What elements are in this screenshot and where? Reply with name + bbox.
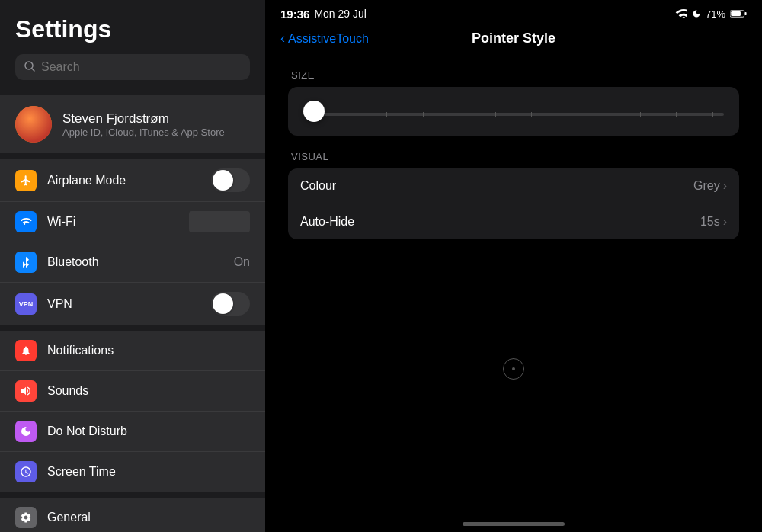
tick	[531, 112, 532, 117]
screentime-label: Screen Time	[47, 465, 250, 479]
svg-rect-5	[744, 12, 746, 15]
home-bar	[463, 522, 565, 526]
back-label: AssistiveTouch	[288, 32, 369, 46]
tick	[459, 112, 459, 117]
sidebar-item-notifications[interactable]: Notifications	[0, 331, 265, 371]
wifi-value-box	[189, 211, 250, 232]
slider-container	[288, 87, 739, 136]
status-time: 19:36	[280, 8, 309, 21]
size-label: SIZE	[291, 69, 739, 81]
wifi-status-icon	[675, 9, 687, 18]
vpn-toggle[interactable]	[211, 292, 250, 316]
airplane-label: Airplane Mode	[47, 174, 200, 187]
tick	[676, 112, 677, 117]
tick	[712, 112, 713, 117]
sidebar-header: Settings	[0, 0, 265, 88]
wifi-label: Wi-Fi	[47, 215, 178, 229]
pointer-dot	[512, 367, 515, 370]
bluetooth-icon	[15, 252, 37, 273]
status-icons: 71%	[675, 8, 747, 20]
svg-rect-6	[731, 11, 741, 16]
sidebar-item-airplane[interactable]: Airplane Mode	[0, 159, 265, 202]
status-time-date: 19:36 Mon 29 Jul	[280, 8, 367, 21]
donotdisturb-label: Do Not Disturb	[47, 425, 250, 438]
sidebar-item-vpn[interactable]: VPN VPN	[0, 283, 265, 325]
sidebar-item-sounds[interactable]: Sounds	[0, 371, 265, 412]
home-indicator	[265, 522, 762, 532]
slider-thumb[interactable]	[303, 101, 325, 122]
colour-label: Colour	[300, 179, 336, 193]
general-label: General	[47, 511, 250, 524]
notifications-group: Notifications Sounds Do Not Disturb	[0, 331, 265, 492]
screentime-icon	[15, 461, 37, 482]
svg-line-1	[32, 69, 34, 71]
general-group: General Control Centre AA Display & Brig…	[0, 498, 265, 532]
connectivity-group: Airplane Mode Wi-Fi	[0, 159, 265, 325]
sidebar-title: Settings	[15, 15, 250, 43]
wifi-icon	[15, 211, 37, 232]
slider-ticks	[303, 112, 724, 117]
search-bar[interactable]	[15, 54, 250, 80]
back-chevron-icon: ‹	[280, 30, 285, 46]
content-area: SIZE	[265, 54, 762, 522]
battery-icon	[730, 9, 747, 18]
sidebar-item-donotdisturb[interactable]: Do Not Disturb	[0, 412, 265, 452]
sidebar-item-wifi[interactable]: Wi-Fi	[0, 202, 265, 242]
sidebar: Settings Steven Fjordstrøm Apple ID, iCl…	[0, 0, 265, 532]
toggle-thumb	[213, 170, 233, 191]
pointer-preview	[288, 255, 739, 483]
autohide-row[interactable]: Auto-Hide 15s ›	[288, 204, 739, 239]
battery-level: 71%	[706, 8, 725, 20]
vpn-icon: VPN	[15, 293, 37, 315]
status-date: Mon 29 Jul	[314, 8, 366, 20]
slider-row	[303, 101, 724, 122]
search-input[interactable]	[41, 60, 241, 74]
svg-point-2	[24, 223, 25, 225]
sounds-label: Sounds	[47, 384, 250, 398]
colour-value: Grey	[693, 179, 720, 193]
vpn-label: VPN	[47, 297, 200, 311]
user-profile[interactable]: Steven Fjordstrøm Apple ID, iCloud, iTun…	[0, 95, 265, 153]
avatar	[15, 106, 52, 143]
sidebar-item-bluetooth[interactable]: Bluetooth On	[0, 242, 265, 283]
tick	[495, 112, 496, 117]
tick	[386, 112, 387, 117]
moon-status-icon	[692, 8, 701, 19]
tick	[351, 112, 351, 117]
svg-point-3	[682, 17, 685, 18]
toggle-thumb-vpn	[213, 293, 233, 314]
bluetooth-label: Bluetooth	[47, 255, 223, 269]
autohide-value: 15s	[700, 215, 720, 229]
user-name: Steven Fjordstrøm	[62, 111, 225, 127]
back-button[interactable]: ‹ AssistiveTouch	[280, 30, 369, 46]
chevron-right-icon-2: ›	[723, 215, 727, 229]
donotdisturb-icon	[15, 421, 37, 442]
main-panel: 19:36 Mon 29 Jul 71% ‹	[265, 0, 762, 532]
colour-row[interactable]: Colour Grey ›	[288, 168, 739, 204]
colour-value-wrap: Grey ›	[693, 179, 727, 193]
bluetooth-value: On	[234, 255, 250, 269]
sidebar-item-general[interactable]: General	[0, 498, 265, 532]
tick	[568, 112, 568, 117]
sidebar-content: Steven Fjordstrøm Apple ID, iCloud, iTun…	[0, 88, 265, 532]
chevron-right-icon: ›	[723, 179, 727, 193]
slider-track	[303, 113, 724, 116]
tick	[423, 112, 424, 117]
autohide-label: Auto-Hide	[300, 215, 354, 229]
size-section: SIZE	[288, 69, 739, 136]
sidebar-item-screentime[interactable]: Screen Time	[0, 452, 265, 492]
visual-section: VISUAL Colour Grey › Auto-Hide 15s ›	[288, 151, 739, 239]
airplane-icon	[15, 170, 37, 191]
user-subtitle: Apple ID, iCloud, iTunes & App Store	[62, 127, 225, 138]
notifications-label: Notifications	[47, 344, 250, 357]
visual-label: VISUAL	[291, 151, 739, 162]
nav-bar: ‹ AssistiveTouch Pointer Style	[265, 24, 762, 54]
general-icon	[15, 507, 37, 528]
airplane-toggle[interactable]	[211, 168, 250, 192]
pointer-circle	[503, 358, 524, 380]
tick	[640, 112, 641, 117]
autohide-value-wrap: 15s ›	[700, 215, 727, 229]
notifications-icon	[15, 340, 37, 361]
page-title: Pointer Style	[472, 30, 555, 46]
tick	[604, 112, 604, 117]
